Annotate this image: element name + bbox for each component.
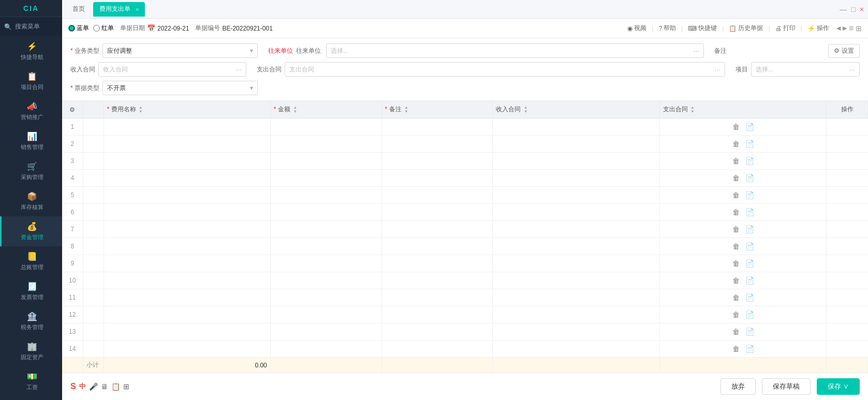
- income-contract-cell[interactable]: [381, 153, 493, 170]
- logo-s-icon[interactable]: S: [70, 382, 76, 391]
- remark-cell[interactable]: [270, 289, 381, 306]
- expense-contract-cell[interactable]: [493, 323, 659, 340]
- expense-contract-cell[interactable]: [493, 118, 659, 136]
- amount-cell[interactable]: [104, 340, 270, 358]
- amount-cell[interactable]: [104, 272, 270, 289]
- radio-red-input[interactable]: [93, 25, 100, 32]
- expense-name-cell[interactable]: [83, 272, 104, 289]
- calendar-icon[interactable]: 📅: [147, 24, 155, 32]
- radio-red[interactable]: 红单: [93, 24, 114, 33]
- delete-row-button[interactable]: 🗑: [730, 275, 742, 286]
- income-contract-cell[interactable]: [381, 136, 493, 153]
- delete-row-button[interactable]: 🗑: [730, 189, 742, 201]
- sidebar-item-sales[interactable]: 📊 销售管理: [0, 126, 62, 156]
- sidebar-item-payroll[interactable]: 💵 工资: [0, 366, 62, 396]
- expense-name-cell[interactable]: [83, 289, 104, 306]
- remark-cell[interactable]: [270, 323, 381, 340]
- remark-cell[interactable]: [270, 153, 381, 170]
- income-contract-cell[interactable]: [381, 272, 493, 289]
- remark-cell[interactable]: [270, 118, 381, 136]
- copy-row-button[interactable]: 📄: [744, 206, 755, 218]
- expense-name-cell[interactable]: [83, 340, 104, 358]
- income-contract-cell[interactable]: [381, 306, 493, 323]
- remark-cell[interactable]: [270, 136, 381, 153]
- copy-row-button[interactable]: 📄: [744, 155, 755, 167]
- sort-remark[interactable]: ▲ ▼: [404, 106, 408, 114]
- remark-cell[interactable]: [270, 306, 381, 323]
- view-list-btn[interactable]: ≡: [849, 24, 854, 33]
- income-contract-cell[interactable]: [381, 340, 493, 358]
- expense-name-cell[interactable]: [83, 170, 104, 187]
- tab-home[interactable]: 首页: [66, 2, 91, 17]
- amount-cell[interactable]: [104, 187, 270, 204]
- remark-cell[interactable]: [270, 170, 381, 187]
- number-value[interactable]: BE-20220921-001: [222, 25, 272, 32]
- expense-name-cell[interactable]: [83, 187, 104, 204]
- amount-cell[interactable]: [104, 306, 270, 323]
- expense-name-cell[interactable]: [83, 255, 104, 272]
- delete-row-button[interactable]: 🗑: [730, 241, 742, 252]
- delete-row-button[interactable]: 🗑: [730, 121, 742, 132]
- copy-row-button[interactable]: 📄: [744, 309, 755, 320]
- amount-cell[interactable]: [104, 153, 270, 170]
- col-amount[interactable]: * 金额 ▲ ▼: [270, 101, 381, 118]
- copy-row-button[interactable]: 📄: [744, 275, 755, 286]
- expense-contract-input[interactable]: 支出合同 ···: [285, 62, 725, 77]
- expense-name-cell[interactable]: [83, 238, 104, 255]
- sort-expense-contract[interactable]: ▲ ▼: [690, 106, 695, 114]
- copy-row-button[interactable]: 📄: [744, 343, 755, 354]
- counterpart-input[interactable]: 选择... ···: [326, 43, 704, 58]
- income-contract-cell[interactable]: [381, 289, 493, 306]
- screen-icon[interactable]: 🖥: [101, 382, 108, 391]
- expense-contract-cell[interactable]: [493, 272, 659, 289]
- date-value[interactable]: 2022-09-21: [157, 25, 189, 32]
- income-contract-cell[interactable]: [381, 323, 493, 340]
- expense-name-cell[interactable]: [83, 323, 104, 340]
- sort-income-contract[interactable]: ▲ ▼: [524, 106, 528, 114]
- sidebar-item-project[interactable]: 📋 项目合同: [0, 66, 62, 96]
- copy-icon[interactable]: 📋: [111, 382, 120, 391]
- copy-row-button[interactable]: 📄: [744, 326, 755, 337]
- delete-row-button[interactable]: 🗑: [730, 155, 742, 167]
- delete-row-button[interactable]: 🗑: [730, 343, 742, 354]
- delete-row-button[interactable]: 🗑: [730, 326, 742, 337]
- expense-contract-cell[interactable]: [493, 204, 659, 221]
- sidebar-item-tax[interactable]: 🏦 税务管理: [0, 306, 62, 336]
- expense-contract-cell[interactable]: [493, 255, 659, 272]
- video-action[interactable]: ◉ 视频: [627, 24, 646, 33]
- expense-name-cell[interactable]: [83, 204, 104, 221]
- amount-cell[interactable]: [104, 323, 270, 340]
- shortcut-action[interactable]: ⌨ 快捷键: [688, 24, 717, 33]
- copy-row-button[interactable]: 📄: [744, 224, 755, 235]
- sidebar-item-operation[interactable]: 📈 经营管理: [0, 396, 62, 400]
- col-remark[interactable]: * 备注 ▲ ▼: [381, 101, 493, 118]
- delete-row-button[interactable]: 🗑: [730, 206, 742, 218]
- income-contract-cell[interactable]: [381, 221, 493, 238]
- tab-expense[interactable]: 费用支出单 ×: [93, 2, 145, 17]
- income-contract-cell[interactable]: [381, 187, 493, 204]
- expense-contract-cell[interactable]: [493, 289, 659, 306]
- sidebar-item-ledger[interactable]: 📒 总账管理: [0, 246, 62, 276]
- view-grid-btn[interactable]: ⊞: [856, 24, 862, 33]
- save-draft-button[interactable]: 保存草稿: [762, 378, 811, 395]
- copy-row-button[interactable]: 📄: [744, 292, 755, 303]
- business-type-select[interactable]: 应付调整 ▾: [102, 43, 258, 58]
- income-contract-cell[interactable]: [381, 118, 493, 136]
- income-contract-cell[interactable]: [381, 204, 493, 221]
- expense-contract-cell[interactable]: [493, 238, 659, 255]
- sort-amount[interactable]: ▲ ▼: [293, 106, 297, 114]
- print-action[interactable]: 🖨 打印: [775, 24, 796, 33]
- income-contract-cell[interactable]: [381, 255, 493, 272]
- amount-cell[interactable]: [104, 118, 270, 136]
- expense-contract-cell[interactable]: [493, 170, 659, 187]
- history-action[interactable]: 📋 历史单据: [729, 24, 763, 33]
- sidebar-item-capital[interactable]: 💰 资金管理: [0, 216, 62, 246]
- delete-row-button[interactable]: 🗑: [730, 309, 742, 320]
- remark-cell[interactable]: [270, 340, 381, 358]
- nav-prev-btn[interactable]: ◀: [836, 25, 841, 32]
- remark-cell[interactable]: [270, 238, 381, 255]
- close-button[interactable]: ×: [860, 5, 864, 13]
- amount-cell[interactable]: [104, 255, 270, 272]
- radio-blue-input[interactable]: [68, 25, 75, 32]
- amount-cell[interactable]: [104, 289, 270, 306]
